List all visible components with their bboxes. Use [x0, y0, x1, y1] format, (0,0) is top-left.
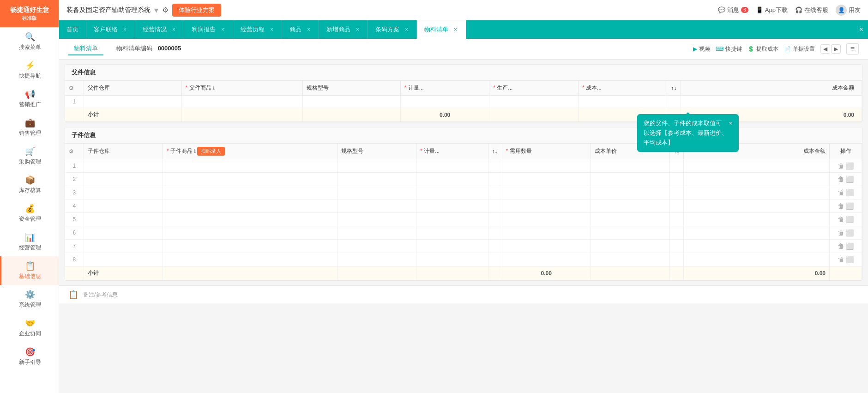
child-sort2-2[interactable]	[669, 173, 683, 186]
child-cost-unit-5[interactable]	[591, 213, 669, 226]
close-customer-tab-icon[interactable]: ×	[122, 25, 127, 34]
child-goods-7[interactable]	[163, 240, 337, 253]
parent-unit-1[interactable]	[400, 96, 489, 108]
child-warehouse-3[interactable]	[84, 186, 163, 200]
sidebar-item-quick-nav[interactable]: ⚡ 快捷导航	[0, 56, 59, 85]
sidebar-item-finance[interactable]: 💰 资金管理	[0, 199, 59, 228]
child-unit-2[interactable]	[416, 173, 488, 186]
child-cost-unit-2[interactable]	[591, 173, 669, 186]
close-history-tab-icon[interactable]: ×	[269, 25, 274, 34]
close-bom-tab-icon[interactable]: ×	[453, 25, 458, 34]
shortcut-button[interactable]: ⌨ 快捷键	[716, 45, 742, 53]
copy-row-7-icon[interactable]: ⬜	[846, 242, 854, 250]
copy-row-8-icon[interactable]: ⬜	[846, 256, 854, 263]
settings-icon[interactable]: ⚙	[162, 6, 169, 14]
child-required-qty-7[interactable]	[502, 240, 591, 253]
close-profit-tab-icon[interactable]: ×	[220, 25, 225, 34]
sidebar-item-sales[interactable]: 💼 销售管理	[0, 113, 59, 142]
child-sort-4[interactable]	[488, 200, 502, 213]
child-required-qty-4[interactable]	[502, 200, 591, 213]
parent-sort-1[interactable]	[667, 96, 681, 108]
child-goods-6[interactable]	[163, 226, 337, 240]
copy-row-2-icon[interactable]: ⬜	[846, 175, 854, 183]
dropdown-arrow-icon[interactable]: ▾	[154, 5, 158, 15]
tab-history[interactable]: 经营历程 ×	[233, 20, 282, 39]
tab-profit[interactable]: 利润报告 ×	[184, 20, 233, 39]
child-required-qty-1[interactable]	[502, 159, 591, 173]
child-spec-5[interactable]	[338, 213, 416, 226]
sidebar-item-guide[interactable]: 🎯 新手引导	[0, 342, 59, 371]
close-all-tabs-icon[interactable]: ×	[855, 25, 868, 34]
child-goods-1[interactable]	[163, 159, 337, 173]
child-goods-3[interactable]	[163, 186, 337, 200]
trial-button[interactable]: 体验行业方案	[172, 4, 221, 17]
extract-cost-button[interactable]: 💲 提取成本	[747, 45, 778, 53]
child-required-qty-5[interactable]	[502, 213, 591, 226]
child-required-qty-3[interactable]	[502, 186, 591, 200]
child-spec-4[interactable]	[338, 200, 416, 213]
tooltip-close-icon[interactable]: ×	[729, 119, 732, 128]
child-cost-unit-3[interactable]	[591, 186, 669, 200]
copy-row-1-icon[interactable]: ⬜	[846, 162, 854, 169]
child-sort2-8[interactable]	[669, 253, 683, 266]
menu-button[interactable]: ≡	[846, 43, 859, 54]
child-sort-3[interactable]	[488, 186, 502, 200]
prev-arrow-button[interactable]: ◀	[820, 44, 830, 54]
tab-barcode[interactable]: 条码方案 ×	[368, 20, 417, 39]
parent-col-settings[interactable]: ⚙	[65, 81, 84, 96]
tab-customer[interactable]: 客户联络 ×	[86, 20, 135, 39]
child-sort2-4[interactable]	[669, 200, 683, 213]
close-goods-tab-icon[interactable]: ×	[306, 25, 311, 34]
online-service-item[interactable]: 🎧 在线客服	[795, 6, 828, 14]
child-unit-5[interactable]	[416, 213, 488, 226]
child-required-qty-6[interactable]	[502, 226, 591, 240]
child-unit-8[interactable]	[416, 253, 488, 266]
child-sort-8[interactable]	[488, 253, 502, 266]
child-sort2-5[interactable]	[669, 213, 683, 226]
sidebar-item-operations[interactable]: 📊 经营管理	[0, 228, 59, 256]
child-sort2-1[interactable]	[669, 159, 683, 173]
child-spec-3[interactable]	[338, 186, 416, 200]
child-spec-2[interactable]	[338, 173, 416, 186]
child-spec-8[interactable]	[338, 253, 416, 266]
child-unit-4[interactable]	[416, 200, 488, 213]
delete-row-7-icon[interactable]: 🗑	[838, 242, 844, 250]
copy-row-6-icon[interactable]: ⬜	[846, 229, 854, 236]
child-required-qty-8[interactable]	[502, 253, 591, 266]
child-warehouse-4[interactable]	[84, 200, 163, 213]
tab-operations[interactable]: 经营情况 ×	[135, 20, 184, 39]
copy-row-5-icon[interactable]: ⬜	[846, 216, 854, 223]
sidebar-item-enterprise[interactable]: 🤝 企业协同	[0, 314, 59, 342]
child-warehouse-2[interactable]	[84, 173, 163, 186]
next-arrow-button[interactable]: ▶	[831, 44, 841, 54]
scan-button[interactable]: 扫码录入	[197, 147, 225, 156]
child-cost-unit-4[interactable]	[591, 200, 669, 213]
page-tab-list[interactable]: 物料清单	[68, 42, 103, 55]
child-sort-1[interactable]	[488, 159, 502, 173]
child-sort2-7[interactable]	[669, 240, 683, 253]
child-sort-5[interactable]	[488, 213, 502, 226]
video-button[interactable]: ▶ 视频	[693, 45, 710, 53]
child-sort2-6[interactable]	[669, 226, 683, 240]
child-required-qty-2[interactable]	[502, 173, 591, 186]
tab-home[interactable]: 首页	[59, 20, 86, 39]
child-col-settings[interactable]: ⚙	[65, 144, 84, 159]
child-spec-6[interactable]	[338, 226, 416, 240]
child-unit-3[interactable]	[416, 186, 488, 200]
copy-row-3-icon[interactable]: ⬜	[846, 189, 854, 196]
delete-row-2-icon[interactable]: 🗑	[838, 175, 844, 183]
child-spec-7[interactable]	[338, 240, 416, 253]
child-warehouse-5[interactable]	[84, 213, 163, 226]
close-operations-tab-icon[interactable]: ×	[171, 25, 176, 34]
parent-production-1[interactable]	[489, 96, 579, 108]
tab-bom[interactable]: 物料清单 ×	[417, 20, 466, 39]
delete-row-8-icon[interactable]: 🗑	[838, 256, 844, 263]
child-unit-6[interactable]	[416, 226, 488, 240]
child-unit-7[interactable]	[416, 240, 488, 253]
child-cost-unit-7[interactable]	[591, 240, 669, 253]
parent-goods-1[interactable]	[181, 96, 302, 108]
parent-warehouse-1[interactable]	[84, 96, 181, 108]
child-sort-7[interactable]	[488, 240, 502, 253]
app-download-item[interactable]: 📱 App下载	[756, 6, 788, 14]
child-cost-unit-1[interactable]	[591, 159, 669, 173]
